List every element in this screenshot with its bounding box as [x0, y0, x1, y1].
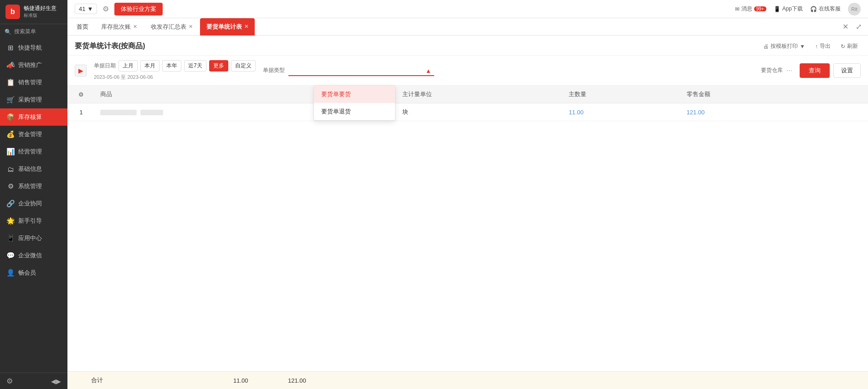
- sidebar-item-system[interactable]: ⚙ 系统管理: [0, 178, 67, 195]
- date-buttons: 上月 本月 本年 近7天 更多 自定义: [118, 60, 256, 72]
- type-select-input[interactable]: [288, 65, 434, 76]
- nav-label: 应用中心: [18, 234, 42, 242]
- quantity-link[interactable]: 11.00: [569, 109, 584, 116]
- last-month-btn[interactable]: 上月: [118, 60, 138, 72]
- search-icon: 🔍: [5, 29, 11, 35]
- col-extra: [823, 86, 868, 103]
- tabs-actions: ✕ ⤢: [840, 21, 864, 32]
- setting-button[interactable]: 设置: [833, 63, 861, 78]
- dropdown-item-return-goods[interactable]: 要货单退货: [314, 103, 395, 120]
- sidebar-item-member[interactable]: 👤 畅会员: [0, 264, 67, 282]
- close-icon[interactable]: ✕: [133, 24, 137, 30]
- enterprise-icon: 🔗: [6, 200, 15, 208]
- user-profile[interactable]: Rit: [848, 3, 861, 15]
- filter-expand-button[interactable]: ▶: [75, 65, 87, 77]
- tab-expand-button[interactable]: ⤢: [853, 21, 864, 32]
- filter-type-section: 单据类型 ▲: [263, 65, 754, 76]
- table-row: 1 块 11.00 121.00: [67, 103, 868, 121]
- sidebar-item-wechat[interactable]: 💬 企业微信: [0, 247, 67, 264]
- top-header: 41 ▼ ⚙ 体验行业方案 ✉ 消息 99+ 📱 App下载 🎧 在线客服: [67, 0, 868, 18]
- this-month-btn[interactable]: 本月: [140, 60, 159, 72]
- sidebar-item-marketing[interactable]: 📣 营销推广: [0, 56, 67, 74]
- print-button[interactable]: 🖨 按模板打印 ▼: [760, 41, 808, 51]
- member-icon: 👤: [6, 269, 15, 277]
- sidebar-item-purchase[interactable]: 🛒 采购管理: [0, 91, 67, 108]
- amount-link[interactable]: 121.00: [687, 109, 705, 116]
- sidebar-toggle-icon[interactable]: ◀▶: [51, 378, 61, 385]
- settings-icon[interactable]: ⚙: [103, 5, 109, 13]
- filter-row: ▶ 单据日期 上月 本月 本年 近7天 更多 自定义 2023-05-06 至 …: [67, 56, 868, 86]
- tab-order-stats[interactable]: 要货单统计表 ✕: [200, 18, 255, 36]
- header-left: 41 ▼ ⚙ 体验行业方案: [75, 3, 163, 15]
- warehouse-more-icon[interactable]: ···: [786, 67, 792, 75]
- print-icon: 🖨: [763, 43, 769, 50]
- row-unit: 块: [397, 103, 563, 121]
- finance-icon: 💰: [6, 130, 15, 138]
- sidebar-item-finance[interactable]: 💰 资金管理: [0, 126, 67, 143]
- sales-icon: 📋: [6, 78, 15, 87]
- query-button[interactable]: 查询: [800, 63, 830, 78]
- sidebar-settings-icon[interactable]: ⚙: [6, 377, 13, 385]
- avatar: Rit: [848, 3, 861, 15]
- brand-name: 畅捷通好生意: [24, 5, 56, 12]
- sidebar-item-app[interactable]: 📱 应用中心: [0, 230, 67, 247]
- sidebar-item-guide[interactable]: 🌟 新手引导: [0, 212, 67, 230]
- export-icon: ↑: [815, 43, 818, 50]
- col-quantity: 主数量: [563, 86, 681, 103]
- search-label: 搜索菜单: [14, 28, 36, 36]
- phone-icon: 📱: [774, 6, 781, 12]
- search-menu[interactable]: 🔍 搜索菜单: [0, 24, 67, 39]
- col-unit: 主计量单位: [397, 86, 563, 103]
- sidebar-item-inventory[interactable]: 📦 库存核算: [0, 108, 67, 126]
- sidebar-item-quick-nav[interactable]: ⊞ 快捷导航: [0, 39, 67, 56]
- refresh-button[interactable]: ↻ 刷新: [838, 41, 861, 51]
- col-amount: 零售金额: [681, 86, 823, 103]
- tabs-bar: 首页 库存批次账 ✕ 收发存汇总表 ✕ 要货单统计表 ✕ ✕ ⤢: [67, 18, 868, 36]
- tab-close-button[interactable]: ✕: [840, 21, 851, 32]
- nav-label: 经营管理: [18, 148, 42, 156]
- brand-sub: 标准版: [24, 12, 56, 19]
- nav-label: 营销推广: [18, 61, 42, 69]
- store-selector[interactable]: 41 ▼: [75, 4, 97, 14]
- nav-label: 基础信息: [18, 165, 42, 173]
- table-container: ⚙ 商品 主计量单位 主数量 零售金额 1: [67, 86, 868, 371]
- table-footer: 合计 11.00 121.00: [67, 371, 868, 389]
- trial-button[interactable]: 体验行业方案: [114, 3, 163, 15]
- col-settings[interactable]: ⚙: [67, 86, 95, 103]
- row-amount: 121.00: [681, 103, 823, 121]
- nav-label: 畅会员: [18, 269, 36, 277]
- store-name: 41: [79, 5, 85, 12]
- messages-btn[interactable]: ✉ 消息 99+: [735, 5, 766, 13]
- sidebar-item-basic[interactable]: 🗂 基础信息: [0, 160, 67, 178]
- tab-home[interactable]: 首页: [71, 20, 94, 34]
- last-7-days-btn[interactable]: 近7天: [184, 60, 206, 72]
- tab-delivery-summary[interactable]: 收发存汇总表 ✕: [144, 18, 199, 36]
- marketing-icon: 📣: [6, 61, 15, 69]
- close-icon[interactable]: ✕: [244, 24, 248, 30]
- sidebar-item-operations[interactable]: 📊 经营管理: [0, 143, 67, 160]
- table-header-row: ⚙ 商品 主计量单位 主数量 零售金额: [67, 86, 868, 103]
- header-right: ✉ 消息 99+ 📱 App下载 🎧 在线客服 Rit: [735, 3, 861, 15]
- type-select-container: ▲: [288, 65, 434, 76]
- online-service-btn[interactable]: 🎧 在线客服: [810, 5, 841, 13]
- messages-label: 消息: [741, 5, 752, 13]
- custom-btn[interactable]: 自定义: [231, 60, 256, 72]
- row-extra: [823, 103, 868, 121]
- sidebar-logo: b 畅捷通好生意 标准版: [0, 0, 67, 24]
- sidebar-item-sales[interactable]: 📋 销售管理: [0, 74, 67, 91]
- refresh-icon: ↻: [841, 43, 845, 50]
- guide-icon: 🌟: [6, 217, 15, 225]
- sidebar-item-enterprise[interactable]: 🔗 企业协同: [0, 195, 67, 212]
- more-btn[interactable]: 更多: [209, 60, 228, 72]
- export-button[interactable]: ↑ 导出: [812, 41, 833, 51]
- nav-label: 快捷导航: [18, 44, 42, 52]
- this-year-btn[interactable]: 本年: [162, 60, 181, 72]
- app-download-btn[interactable]: 📱 App下载: [774, 5, 803, 13]
- product-placeholder: [100, 110, 137, 115]
- tab-batch-account[interactable]: 库存批次账 ✕: [95, 18, 144, 36]
- online-service-label: 在线客服: [819, 5, 841, 13]
- dropdown-item-order-goods[interactable]: 要货单要货: [314, 86, 395, 103]
- close-icon[interactable]: ✕: [189, 24, 193, 30]
- messages-badge: 99+: [754, 6, 766, 11]
- basic-icon: 🗂: [6, 165, 15, 173]
